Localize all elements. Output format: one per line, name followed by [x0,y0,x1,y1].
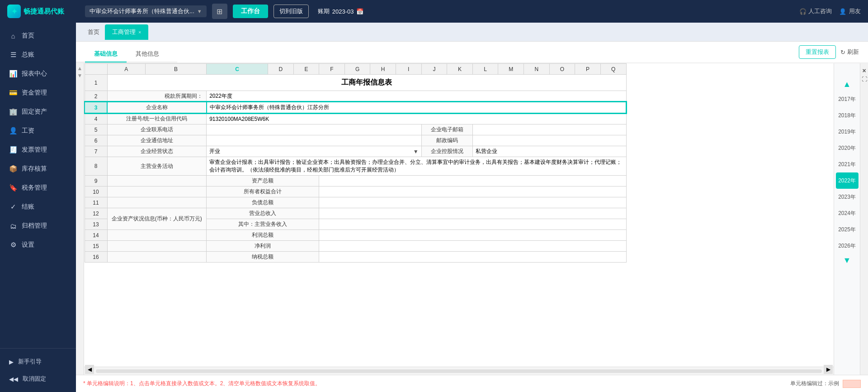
reset-table-button[interactable]: 重置报表 [799,45,836,59]
profit-label: 利润总额 [207,230,319,241]
tab-close-icon[interactable]: × [138,29,141,35]
panel-close-button[interactable]: × [862,67,866,74]
sidebar-item-archive[interactable]: 🗂 归档管理 [0,216,76,235]
sidebar-item-salary[interactable]: 👤 工资 [0,121,76,140]
col-header-m[interactable]: M [498,64,524,75]
col-header-k[interactable]: K [447,64,473,75]
col-header-f[interactable]: F [319,64,345,75]
profit-value[interactable] [319,230,626,241]
col-header-b[interactable]: B [145,64,206,75]
sidebar-item-invoice-mgmt[interactable]: 🧾 发票管理 [0,140,76,159]
holding-value[interactable]: 私营企业 [472,146,626,157]
tab-other-info[interactable]: 其他信息 [127,46,168,62]
sheet-title[interactable]: 工商年报信息表 [107,75,626,91]
net-profit-value[interactable] [319,241,626,252]
copy-company-button[interactable]: ⊞ [212,4,227,19]
company-selector[interactable]: 中审众环会计师事务所（特殊普通合伙... ▼ [85,5,207,17]
period-label: 账期 [318,7,330,15]
biz-status-value[interactable]: 开业 ▼ [207,146,421,157]
year-nav-down-button[interactable]: ▼ [843,256,851,265]
sidebar-item-close-account[interactable]: ✓ 结账 [0,197,76,216]
unpin-button[interactable]: ◀◀ 取消固定 [0,370,76,387]
col-header-j[interactable]: J [421,64,447,75]
year-item-2020[interactable]: 2020年 [836,140,859,156]
collapse-up-icon[interactable]: ▲ [77,65,83,72]
postal-value[interactable] [472,135,626,146]
guide-label: 新手引导 [18,358,42,366]
sidebar-item-inventory[interactable]: 📦 库存核算 [0,159,76,178]
sidebar-item-fund-mgmt[interactable]: 💳 资金管理 [0,83,76,102]
col-header-e[interactable]: E [293,64,319,75]
row-number: 9 [85,176,107,186]
h-scroll-track[interactable] [96,369,822,373]
assets-value[interactable] [319,176,626,186]
col-header-q[interactable]: Q [600,64,626,75]
row-number: 5 [85,124,107,135]
tax-total-value[interactable] [319,252,626,263]
tab-basic-info[interactable]: 基础信息 [85,46,127,62]
col-header-g[interactable]: G [344,64,370,75]
year-item-2021[interactable]: 2021年 [836,156,859,172]
sidebar-item-tax-mgmt[interactable]: 🔖 税务管理 [0,178,76,197]
main-content: 首页 工商管理 × 基础信息 其他信息 重置报表 [76,23,868,392]
tab-home[interactable]: 首页 [83,24,104,40]
spreadsheet: A B C D E F G H I J [84,63,627,263]
reg-no-label: 注册号/统一社会信用代码 [107,113,207,124]
col-header-d[interactable]: D [268,64,294,75]
year-item-2024[interactable]: 2024年 [836,205,859,221]
user-info[interactable]: 👤 用友 [839,7,861,15]
sidebar-item-general-ledger[interactable]: ☰ 总账 [0,45,76,64]
calendar-icon[interactable]: 📅 [356,8,363,15]
sub-tab-bar: 基础信息 其他信息 [76,42,177,62]
year-item-2017[interactable]: 2017年 [836,91,859,107]
main-biz-value[interactable]: 审查企业会计报表；出具审计报告；验证企业资本；出具验资报告；办理企业合并、分立、… [207,157,626,176]
col-header-i[interactable]: I [396,64,421,75]
col-header-l[interactable]: L [472,64,498,75]
tax-period-value[interactable]: 2022年度 [207,91,626,102]
col-header-o[interactable]: O [549,64,575,75]
col-header-n[interactable]: N [524,64,549,75]
panel-expand-button[interactable]: ⛶ [862,76,867,82]
col-header-a[interactable]: A [107,64,145,75]
sidebar-item-settings[interactable]: ⚙ 设置 [0,235,76,254]
address-value[interactable] [207,135,421,146]
company-name-value[interactable]: 中审众环会计师事务所（特殊普通合伙）江苏分所 [207,102,626,113]
home-icon: ⌂ [9,32,17,40]
year-item-2019[interactable]: 2019年 [836,124,859,140]
phone-value[interactable] [207,124,421,135]
col-header-c[interactable]: C [207,64,268,75]
collapse-down-icon[interactable]: ▼ [77,72,83,79]
total-revenue-value[interactable] [319,208,626,219]
total-revenue-label: 营业总收入 [207,208,319,219]
sheet-scroll-area[interactable]: A B C D E F G H I J [84,63,834,367]
sidebar-item-home[interactable]: ⌂ 首页 [0,26,76,45]
email-value[interactable] [472,124,626,135]
sidebar-label-fixed-assets: 固定资产 [22,108,47,116]
main-revenue-value[interactable] [319,219,626,230]
year-item-2023[interactable]: 2023年 [836,189,859,205]
col-header-h[interactable]: H [370,64,396,75]
col-header-p[interactable]: P [575,64,601,75]
cell-edit-hint: * 单元格编辑说明：1、点击单元格直接录入数值或文本。2、清空单元格数值或文本恢… [83,380,321,387]
liabilities-value[interactable] [319,197,626,208]
year-item-2025[interactable]: 2025年 [836,221,859,238]
year-nav-up-button[interactable]: ▲ [843,80,851,89]
sidebar-label-archive: 归档管理 [22,222,47,230]
h-scroll-bar[interactable]: ◀ ▶ [84,367,834,375]
new-guide-button[interactable]: ▶ 新手引导 [0,353,76,370]
old-version-button[interactable]: 切到旧版 [274,5,309,18]
tab-business-mgmt[interactable]: 工商管理 × [105,24,148,40]
workbench-button[interactable]: 工作台 [233,5,268,18]
reg-no-value[interactable]: 91320100MA208E5W6K [207,113,626,124]
year-item-2018[interactable]: 2018年 [836,107,859,124]
period-info: 账期 2023-03 📅 [318,7,364,15]
sheet-container: A B C D E F G H I J [84,63,834,375]
year-item-2022[interactable]: 2022年 [836,172,859,189]
sidebar-item-fixed-assets[interactable]: 🏢 固定资产 [0,102,76,121]
refresh-button[interactable]: ↻ 刷新 [840,48,859,56]
equity-value[interactable] [319,186,626,197]
postal-label: 邮政编码 [421,135,472,146]
sidebar-item-report-center[interactable]: 📊 报表中心 [0,64,76,83]
year-item-2026[interactable]: 2026年 [836,238,859,254]
consult-button[interactable]: 🎧 人工咨询 [799,7,832,15]
